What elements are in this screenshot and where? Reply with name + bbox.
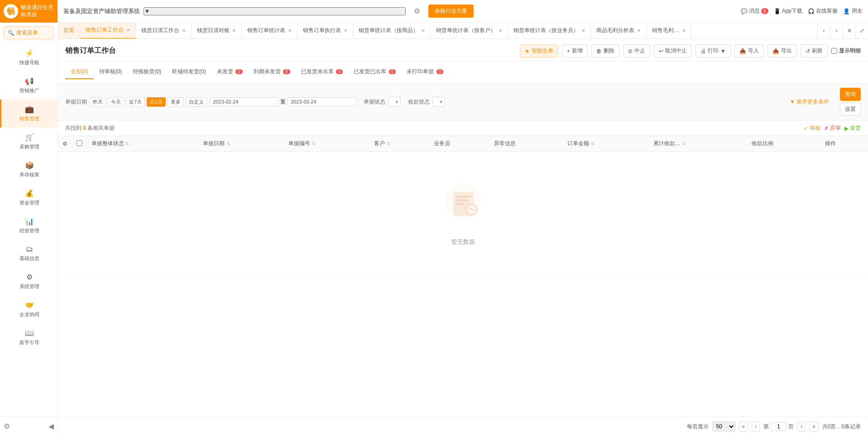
tab-sales-margin[interactable]: 销售毛利… ✕ bbox=[647, 23, 691, 39]
prev-page-button[interactable]: ‹ bbox=[752, 422, 760, 431]
sidebar-item-finance[interactable]: 💰 资金管理 bbox=[0, 184, 58, 212]
sort-icon[interactable]: ⇅ bbox=[387, 141, 390, 146]
online-service-button[interactable]: 🎧 在线客服 bbox=[808, 7, 838, 15]
custom-date-button[interactable]: 自定义 bbox=[186, 97, 207, 107]
filter-tab-overdue-unshipped[interactable]: 到期未发货 0 bbox=[248, 65, 296, 79]
filter-tab-unshipped[interactable]: 未发货 0 bbox=[211, 65, 248, 79]
date-from-input[interactable] bbox=[210, 97, 278, 106]
page-number-input[interactable] bbox=[771, 422, 787, 431]
industry-solution-button[interactable]: 体验行业方案 bbox=[428, 5, 474, 18]
message-button[interactable]: 💬 消息 6 bbox=[741, 7, 768, 15]
tabbar: 首页 销售订单工作台 ✕ 钱货日清工作台 ✕ 钱货日清对账 ✕ 销售订单统计表 … bbox=[58, 23, 868, 39]
close-tab-icon[interactable]: ✕ bbox=[499, 28, 502, 33]
first-page-button[interactable]: « bbox=[739, 422, 748, 431]
close-tab-icon[interactable]: ✕ bbox=[682, 28, 686, 33]
search-menu-button[interactable]: 🔍 搜索菜单 bbox=[4, 26, 54, 39]
tab-scroll-right-button[interactable]: › bbox=[830, 23, 843, 39]
add-button[interactable]: + 新增 bbox=[562, 44, 588, 57]
horizontal-scrollbar[interactable] bbox=[58, 411, 868, 417]
tab-maximize-button[interactable]: ⤢ bbox=[855, 23, 868, 39]
sidebar-item-guide[interactable]: 📖 新手引导 bbox=[0, 323, 58, 351]
filter-tab-all[interactable]: 全部(0) bbox=[65, 65, 94, 79]
import-button[interactable]: 📥 导入 bbox=[734, 44, 764, 57]
date-to-input[interactable] bbox=[288, 97, 356, 106]
today-button[interactable]: 今天 bbox=[108, 97, 124, 107]
query-button[interactable]: 查询 bbox=[840, 88, 861, 101]
tab-home[interactable]: 首页 bbox=[58, 23, 80, 39]
filter-tab-shipped-not-out[interactable]: 已发货未出库 0 bbox=[296, 65, 349, 79]
sidebar-item-sales[interactable]: 💼 销售管理 bbox=[0, 100, 58, 128]
sidebar-item-enterprise[interactable]: 🤝 企业协同 bbox=[0, 295, 58, 323]
delete-button[interactable]: 🗑 删除 bbox=[591, 44, 619, 57]
sort-icon[interactable]: ⇅ bbox=[226, 141, 230, 146]
empty-icon bbox=[441, 179, 486, 232]
sidebar-item-marketing[interactable]: 📢 营销推广 bbox=[0, 71, 58, 100]
select-all-checkbox[interactable] bbox=[77, 140, 82, 146]
close-tab-icon[interactable]: ✕ bbox=[182, 28, 186, 33]
sidebar-item-quick-nav[interactable]: ⚡ 快捷导航 bbox=[0, 43, 58, 71]
export-button[interactable]: 📤 导出 bbox=[767, 44, 797, 57]
collapse-icon[interactable]: ◀ bbox=[48, 422, 54, 431]
last-page-button[interactable]: » bbox=[809, 422, 819, 431]
show-detail-checkbox[interactable] bbox=[831, 48, 837, 54]
app-download-button[interactable]: 📱 App下载 bbox=[774, 7, 802, 15]
tab-scroll-left-button[interactable]: ‹ bbox=[817, 23, 830, 39]
yesterday-button[interactable]: 昨天 bbox=[90, 97, 106, 107]
close-tab-icon[interactable]: ✕ bbox=[288, 28, 292, 33]
last-month-button[interactable]: 近1月 bbox=[147, 97, 166, 107]
tab-customer-stats[interactable]: 销货单统计表（按客户） ✕ bbox=[431, 23, 508, 39]
gear-settings-button[interactable]: ⚙ bbox=[409, 5, 425, 18]
sidebar-item-system[interactable]: ⚙ 系统管理 bbox=[0, 267, 58, 295]
sort-icon[interactable]: ⇅ bbox=[682, 141, 686, 146]
sidebar-item-operations[interactable]: 📊 经营管理 bbox=[0, 212, 58, 240]
last7days-button[interactable]: 近7天 bbox=[126, 97, 145, 107]
close-tab-icon[interactable]: ✕ bbox=[421, 28, 425, 33]
settings-filter-button[interactable]: 设置 bbox=[840, 103, 861, 116]
ship-button[interactable]: ▶ 发货 bbox=[844, 124, 861, 132]
expand-conditions-button[interactable]: ▼ 展开更多条件 bbox=[790, 98, 829, 106]
sort-icon[interactable]: ⇅ bbox=[125, 141, 129, 146]
filter-tab-wangpu[interactable]: 旺铺待发货(0) bbox=[167, 65, 211, 79]
show-detail-label[interactable]: 显示明细 bbox=[831, 47, 861, 55]
audit-button[interactable]: ✓ 审核 bbox=[804, 124, 820, 132]
close-tab-icon[interactable]: ✕ bbox=[581, 28, 585, 33]
page-header: 销售订单工作台 ★ 智能生单 + 新增 🗑 删除 ⊘ bbox=[58, 39, 868, 62]
system-dropdown-button[interactable]: ▼ bbox=[144, 7, 406, 15]
tab-sales-order[interactable]: 销售订单工作台 ✕ bbox=[80, 23, 136, 39]
status-select[interactable] bbox=[388, 97, 401, 107]
sort-icon[interactable]: ⇅ bbox=[591, 141, 595, 146]
user-menu-button[interactable]: 👤 用友 bbox=[843, 7, 863, 15]
tab-sales-exec[interactable]: 销售订单执行表 ✕ bbox=[297, 23, 353, 39]
stop-button[interactable]: ⊘ 中止 bbox=[623, 44, 650, 57]
filter-tab-pending-pick[interactable]: 待拣验货(0) bbox=[127, 65, 167, 79]
per-page-select[interactable]: 20 50 100 bbox=[712, 422, 735, 431]
sidebar-item-basic[interactable]: 🗂 基础信息 bbox=[0, 240, 58, 267]
tab-cash-reconcile[interactable]: 钱货日清对账 ✕ bbox=[192, 23, 242, 39]
tab-close-all-button[interactable]: ✕ bbox=[843, 23, 855, 39]
filter-tab-shipped-out[interactable]: 已发货已出库 0 bbox=[348, 65, 401, 79]
print-button[interactable]: 🖨 打印 ▼ bbox=[695, 44, 731, 57]
close-tab-icon[interactable]: ✕ bbox=[637, 28, 641, 33]
smart-create-button[interactable]: ★ 智能生单 bbox=[520, 44, 558, 57]
close-tab-icon[interactable]: ✕ bbox=[232, 28, 236, 33]
close-tab-icon[interactable]: ✕ bbox=[126, 28, 130, 33]
table-scroll[interactable]: ⚙ 单据整体状态 ⇅ 单据日期 ⇅ bbox=[58, 136, 868, 411]
settings-icon[interactable]: ⚙ bbox=[4, 422, 10, 431]
filter-tab-unprinted[interactable]: 未打印单据 0 bbox=[401, 65, 449, 79]
next-page-button[interactable]: › bbox=[797, 422, 806, 431]
cancel-stop-button[interactable]: ↩ 取消中止 bbox=[654, 44, 692, 57]
tab-cash-clear[interactable]: 钱货日清工作台 ✕ bbox=[136, 23, 192, 39]
sidebar-item-purchase[interactable]: 🛒 采购管理 bbox=[0, 128, 58, 156]
sidebar-item-inventory[interactable]: 📦 库存核算 bbox=[0, 156, 58, 184]
filter-tab-pending-audit[interactable]: 待审核(0) bbox=[94, 65, 128, 79]
sort-icon[interactable]: ⇅ bbox=[312, 141, 316, 146]
refresh-button[interactable]: ↺ 刷新 bbox=[801, 44, 828, 57]
tab-staff-stats[interactable]: 销货单统计表（按业务员） ✕ bbox=[508, 23, 591, 39]
tab-margin-analysis[interactable]: 商品毛利分析表 ✕ bbox=[591, 23, 647, 39]
cancel-audit-button[interactable]: ✗ 弃审 bbox=[824, 124, 841, 132]
close-tab-icon[interactable]: ✕ bbox=[344, 28, 347, 33]
more-date-button[interactable]: 更多 bbox=[168, 97, 184, 107]
tab-sales-stats[interactable]: 销售订单统计表 ✕ bbox=[242, 23, 297, 39]
collection-select[interactable] bbox=[432, 97, 445, 107]
tab-product-stats[interactable]: 销货单统计表（按商品） ✕ bbox=[353, 23, 431, 39]
